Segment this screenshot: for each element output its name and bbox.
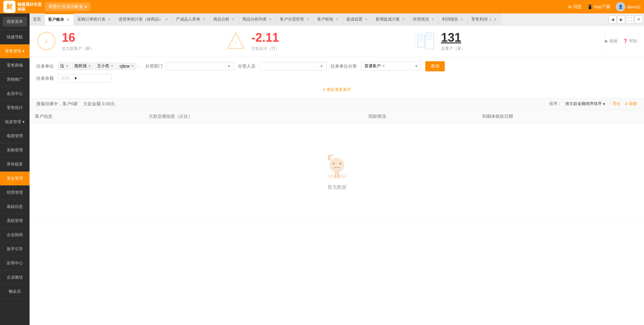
col-customer-info: 客户信息: [30, 110, 143, 123]
remove-tag-cjttcw[interactable]: ✕: [131, 64, 134, 68]
empty-state: 暂无数据: [35, 127, 639, 217]
sidebar-item-ops-mgmt[interactable]: 经营管理: [0, 186, 30, 200]
tab-maximize-button[interactable]: ⛶: [626, 15, 634, 24]
sidebar-item-quick-nav[interactable]: 快捷导航: [0, 30, 30, 44]
tab-close-product-analysis[interactable]: ✕: [231, 17, 235, 22]
stat-label-customers: 总欠款客户（家）: [62, 46, 94, 51]
tab-close-customer-mgmt[interactable]: ✕: [305, 17, 310, 22]
remove-tag-wu[interactable]: ✕: [66, 64, 69, 68]
tab-purchase-stats[interactable]: 采购订单统计表 ✕: [74, 13, 115, 25]
refresh-icon: ↺: [625, 102, 628, 106]
sidebar-item-wechat[interactable]: 企业微信: [0, 270, 30, 285]
chevron-down-icon: ▾: [85, 4, 87, 9]
filter-person-select[interactable]: ··· ▾: [259, 62, 327, 70]
stat-value-debt: -2.11: [251, 31, 280, 44]
results-bar-right: 排序： 按欠款金额倒序排序 ▾ ↑ 导出 ↺ 刷新: [549, 101, 637, 107]
filter-person-label: 分管人员: [238, 63, 255, 69]
top-bar: 财 畅捷通好生意 标版 母婴行业演示帐套 ▾ ✉ 消息 📱 App下载 👤: [0, 0, 644, 13]
user-avatar-area[interactable]: 👤 demo2: [616, 2, 641, 11]
sidebar-item-fund-mgmt[interactable]: 资金管理: [0, 172, 30, 186]
remove-tag-normal-customer[interactable]: ✕: [382, 64, 385, 68]
app-download-button[interactable]: 📱 App下载: [587, 4, 610, 10]
filter-dept-label: 分管部门: [145, 63, 163, 69]
tab-home[interactable]: 首页: [30, 13, 45, 25]
tab-product-analysis[interactable]: 商品分析 ✕: [210, 13, 239, 25]
filter-tag-chen: 陈民强 ✕: [72, 62, 93, 70]
results-count: 搜索结果中，客户0家: [36, 101, 78, 107]
sidebar-item-inventory[interactable]: 库存核算: [0, 157, 30, 172]
sidebar-item-marketing[interactable]: 营销推广: [0, 73, 30, 87]
tab-accounts[interactable]: 客户账本 ✕: [45, 13, 74, 25]
sidebar-item-sys-mgmt[interactable]: 系统管理: [0, 214, 30, 228]
query-button[interactable]: 查询: [425, 61, 445, 71]
person-select-dots: ···: [315, 64, 319, 69]
tab-biz-status[interactable]: 经营情况 ✕: [410, 13, 439, 25]
sidebar-item-retail-stats[interactable]: 零售统计: [0, 101, 30, 115]
tab-close-produce-entry[interactable]: ✕: [202, 17, 206, 22]
tab-prompt-settings[interactable]: 提成设置 ✕: [343, 13, 372, 25]
filter-unit-type-select[interactable]: 普通客户 ✕ ▾: [361, 62, 421, 71]
store-selector[interactable]: 母婴行业演示帐套 ▾: [45, 2, 90, 11]
sidebar-item-retail-mgmt[interactable]: 零售管理 ▾: [0, 44, 30, 59]
tab-bar: 首页 客户账本 ✕ 采购订单统计表 ✕ 进货单统计表（按商品） ✕ 产成品入库单…: [30, 13, 644, 26]
svg-point-12: [327, 174, 347, 178]
help-button[interactable]: ❓ 帮助: [623, 38, 637, 44]
tab-close-customer-contact[interactable]: ✕: [335, 17, 339, 22]
logo-area: 财 畅捷通好生意 标版: [3, 1, 42, 13]
remove-tag-chen[interactable]: ✕: [88, 64, 91, 68]
svg-text:!: !: [235, 40, 237, 46]
tab-close-retail-profit[interactable]: ✕: [493, 17, 498, 22]
tab-close-purchase-stats[interactable]: ✕: [107, 17, 112, 22]
tab-import-stats[interactable]: 进货单统计表（按商品） ✕: [115, 13, 173, 25]
sidebar-item-batch-mgmt[interactable]: 批发管理 ▾: [0, 115, 30, 129]
search-menu-button[interactable]: 搜索菜单: [3, 17, 27, 27]
tab-next-button[interactable]: ▶: [617, 15, 625, 24]
svg-point-14: [333, 162, 335, 165]
message-button[interactable]: ✉ 消息: [568, 4, 582, 10]
tab-close-prompt-settings[interactable]: ✕: [364, 17, 369, 22]
video-icon: ▶: [605, 39, 608, 43]
sidebar-item-member-center[interactable]: 会员中心: [0, 87, 30, 101]
tab-product-analysis-list[interactable]: 商品分析列表 ✕: [239, 13, 276, 25]
data-table: 客户信息 欠款交易信息（占比） 回款情况 到期未收款日期: [30, 110, 644, 221]
tab-close-biz-status[interactable]: ✕: [430, 17, 435, 22]
remove-tag-wang[interactable]: ✕: [111, 64, 114, 68]
filter-row-2: 往来余额 选择... ▾: [36, 74, 637, 83]
tab-profit-report[interactable]: 利润报告 ✕: [439, 13, 468, 25]
more-tags-button[interactable]: ...: [138, 64, 141, 69]
video-button[interactable]: ▶ 视频: [605, 38, 617, 44]
tab-close-import-stats[interactable]: ✕: [164, 17, 169, 22]
sort-select[interactable]: 按欠款金额倒序排序 ▾: [565, 101, 605, 107]
filter-tag-wu: 伍 ✕: [58, 62, 71, 70]
empty-icon: [324, 153, 350, 180]
tab-close-all-button[interactable]: ✕: [635, 15, 643, 24]
tab-close-product-analysis-list[interactable]: ✕: [268, 17, 273, 22]
filter-balance-input[interactable]: 选择... ▾: [58, 74, 112, 83]
tab-produce-entry[interactable]: 产成品入库单 ✕: [173, 13, 210, 25]
col-debt-info: 欠款交易信息（占比）: [143, 110, 363, 123]
tab-customer-mgmt[interactable]: 客户分层经营 ✕: [276, 13, 314, 25]
tab-close-profit-report[interactable]: ✕: [460, 17, 464, 22]
col-due-date: 到期未收款日期: [477, 110, 644, 123]
sort-label: 排序：: [549, 101, 561, 107]
sidebar-item-app-center[interactable]: 应用中心: [0, 256, 30, 270]
sidebar-item-purchase-mgmt[interactable]: 采购管理: [0, 143, 30, 157]
sidebar-item-basic-info[interactable]: 基础信息: [0, 200, 30, 214]
tab-new-plan[interactable]: 新增提成方案 ✕: [372, 13, 410, 25]
sidebar-item-new-guide[interactable]: 新手引导: [0, 242, 30, 256]
chevron-down-icon: ▾: [23, 49, 25, 53]
tab-close-accounts[interactable]: ✕: [66, 17, 70, 22]
tab-close-new-plan[interactable]: ✕: [401, 17, 406, 22]
tab-prev-button[interactable]: ◀: [608, 15, 616, 24]
tab-customer-contact[interactable]: 客户联络 ✕: [314, 13, 343, 25]
sidebar-item-ecom-mgmt[interactable]: 电商管理: [0, 129, 30, 143]
export-button[interactable]: ↑ 导出: [609, 101, 620, 107]
refresh-button[interactable]: ↺ 刷新: [625, 101, 637, 107]
sidebar-item-retail-mall[interactable]: 零售商城: [0, 59, 30, 73]
tab-retail-profit[interactable]: 零售利润（ ✕: [468, 13, 501, 25]
stat-block-customers: ¥ 16 总欠款客户（家）: [36, 31, 226, 51]
sidebar-item-enterprise[interactable]: 企业协同: [0, 228, 30, 242]
filter-dept-select[interactable]: ··· ▾: [167, 62, 234, 70]
collapse-button[interactable]: ∧ 收起更多条件: [36, 85, 637, 94]
sidebar-item-vip[interactable]: 畅会员: [0, 285, 30, 299]
